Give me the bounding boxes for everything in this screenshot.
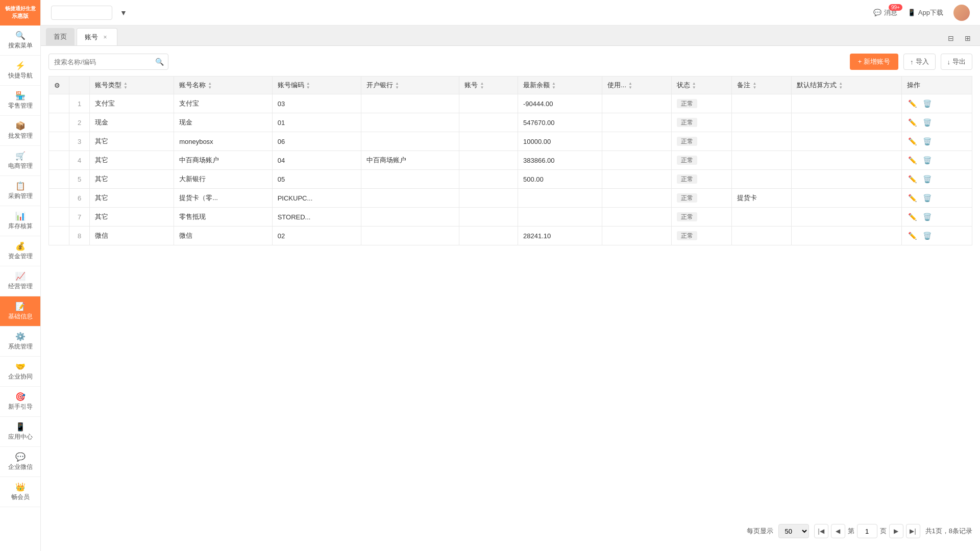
column-account-code[interactable]: 账号编码▲▼: [272, 77, 361, 94]
edit-button[interactable]: ✏️: [907, 174, 918, 184]
column-account-name[interactable]: 账号名称▲▼: [174, 77, 273, 94]
sidebar-item-inventory-calc[interactable]: 📊库存核算: [0, 206, 40, 236]
sidebar-item-beginner-guide[interactable]: 🎯新手引导: [0, 387, 40, 417]
sidebar-item-purchase-mgmt[interactable]: 📋采购管理: [0, 176, 40, 206]
cell-checkbox[interactable]: [49, 208, 69, 227]
sidebar-item-vip-member[interactable]: 👑畅会员: [0, 477, 40, 507]
sidebar-item-basic-info[interactable]: 📝基础信息: [0, 296, 40, 327]
column-latest-balance[interactable]: 最新余额▲▼: [518, 77, 602, 94]
page-number-input[interactable]: [857, 524, 877, 538]
tab-expand-button[interactable]: ⊞: [961, 31, 975, 45]
app-download-button[interactable]: 📱 App下载: [908, 8, 943, 17]
delete-button[interactable]: 🗑️: [922, 155, 933, 165]
column-account-type[interactable]: 账号类型▲▼: [90, 77, 174, 94]
app-download-label: App下载: [918, 8, 943, 17]
edit-button[interactable]: ✏️: [907, 117, 918, 128]
prev-page-button[interactable]: ◀: [831, 524, 845, 538]
cell-status: 正常: [671, 132, 732, 151]
sidebar-item-retail-mgmt[interactable]: 🏪零售管理: [0, 86, 40, 116]
cell-account-no: [459, 113, 518, 132]
messages-badge: 99+: [889, 4, 902, 11]
cell-checkbox[interactable]: [49, 227, 69, 245]
cell-default-settlement: [792, 94, 902, 113]
delete-button[interactable]: 🗑️: [922, 212, 933, 222]
cell-checkbox[interactable]: [49, 132, 69, 151]
column-default-settlement[interactable]: 默认结算方式▲▼: [792, 77, 902, 94]
sidebar-item-ecommerce-mgmt[interactable]: 🛒电商管理: [0, 146, 40, 176]
edit-button[interactable]: ✏️: [907, 155, 918, 165]
cell-usage: [602, 94, 672, 113]
cell-open-bank: 中百商场账户: [361, 151, 459, 170]
delete-button[interactable]: 🗑️: [922, 231, 933, 241]
cell-account-no: [459, 170, 518, 189]
sidebar-label-finance-mgmt: 资金管理: [8, 252, 33, 261]
sidebar-item-finance-mgmt[interactable]: 💰资金管理: [0, 236, 40, 266]
cell-checkbox[interactable]: [49, 151, 69, 170]
dropdown-button[interactable]: ▼: [120, 9, 127, 17]
column-open-bank[interactable]: 开户银行▲▼: [361, 77, 459, 94]
sidebar-item-enterprise-wechat[interactable]: 💬企业微信: [0, 447, 40, 477]
import-icon: ↑: [910, 58, 914, 66]
cell-checkbox[interactable]: [49, 113, 69, 132]
edit-button[interactable]: ✏️: [907, 136, 918, 146]
user-avatar[interactable]: [953, 5, 970, 21]
first-page-button[interactable]: |◀: [814, 524, 828, 538]
cell-usage: [602, 170, 672, 189]
table-row: 6 其它 提货卡（零... PICKUPC... 正常 提货卡 ✏️ 🗑️: [49, 189, 972, 208]
sidebar-icon-enterprise-agree: 🤝: [15, 362, 26, 371]
column-remark[interactable]: 备注▲▼: [732, 77, 792, 94]
cell-usage: [602, 208, 672, 227]
tab-account[interactable]: 账号 ×: [77, 28, 117, 45]
sidebar-item-wholesale-mgmt[interactable]: 📦批发管理: [0, 116, 40, 146]
edit-button[interactable]: ✏️: [907, 231, 918, 241]
sidebar-item-quick-nav[interactable]: ⚡快捷导航: [0, 56, 40, 86]
top-search-input[interactable]: [51, 6, 112, 20]
column-status[interactable]: 状态▲▼: [671, 77, 732, 94]
sidebar-item-enterprise-agree[interactable]: 🤝企业协同: [0, 357, 40, 387]
cell-default-settlement: [792, 132, 902, 151]
cell-latest-balance: 547670.00: [518, 113, 602, 132]
sidebar-icon-finance-mgmt: 💰: [15, 241, 26, 251]
sidebar-item-system-mgmt[interactable]: ⚙️系统管理: [0, 327, 40, 357]
search-input[interactable]: [49, 58, 151, 66]
delete-button[interactable]: 🗑️: [922, 193, 933, 203]
cell-status: 正常: [671, 189, 732, 208]
sidebar-item-search-menu[interactable]: 🔍搜索菜单: [0, 26, 40, 56]
tab-close-button[interactable]: ×: [101, 33, 109, 41]
sidebar: 畅捷通好生意 乐惠版 🔍搜索菜单⚡快捷导航🏪零售管理📦批发管理🛒电商管理📋采购管…: [0, 0, 41, 551]
delete-button[interactable]: 🗑️: [922, 117, 933, 128]
import-button[interactable]: ↑ 导入: [903, 54, 936, 70]
next-page-button[interactable]: ▶: [889, 524, 903, 538]
column-account-no[interactable]: 账号▲▼: [459, 77, 518, 94]
sidebar-label-enterprise-agree: 企业协同: [8, 372, 33, 381]
cell-latest-balance: 383866.00: [518, 151, 602, 170]
column-settings[interactable]: ⚙: [49, 77, 69, 94]
delete-button[interactable]: 🗑️: [922, 98, 933, 109]
sidebar-label-quick-nav: 快捷导航: [8, 71, 33, 80]
table-header-row: ⚙ 账号类型▲▼ 账号名称▲▼ 账号编码▲▼ 开户银行▲▼ 账号▲▼ 最新余额▲…: [49, 77, 972, 94]
tab-home[interactable]: 首页: [46, 28, 75, 45]
per-page-select[interactable]: 50 100 200: [778, 524, 809, 538]
cell-checkbox[interactable]: [49, 189, 69, 208]
cell-checkbox[interactable]: [49, 94, 69, 113]
sidebar-item-app-center[interactable]: 📱应用中心: [0, 417, 40, 447]
last-page-button[interactable]: ▶|: [906, 524, 920, 538]
cell-checkbox[interactable]: [49, 170, 69, 189]
sidebar-icon-retail-mgmt: 🏪: [15, 91, 26, 101]
cell-remark: [732, 208, 792, 227]
delete-button[interactable]: 🗑️: [922, 174, 933, 184]
column-usage[interactable]: 使用...▲▼: [602, 77, 672, 94]
tab-collapse-button[interactable]: ⊟: [944, 31, 958, 45]
edit-button[interactable]: ✏️: [907, 212, 918, 222]
edit-button[interactable]: ✏️: [907, 98, 918, 109]
cell-open-bank: [361, 113, 459, 132]
cell-account-type: 其它: [90, 151, 174, 170]
delete-button[interactable]: 🗑️: [922, 136, 933, 146]
edit-button[interactable]: ✏️: [907, 193, 918, 203]
search-button[interactable]: 🔍: [151, 58, 168, 66]
export-button[interactable]: ↓ 导出: [941, 54, 973, 70]
messages-button[interactable]: 💬 消息 99+: [873, 8, 897, 17]
cell-latest-balance: 28241.10: [518, 227, 602, 245]
add-account-button[interactable]: + 新增账号: [850, 54, 898, 70]
sidebar-item-ops-mgmt[interactable]: 📈经营管理: [0, 266, 40, 296]
